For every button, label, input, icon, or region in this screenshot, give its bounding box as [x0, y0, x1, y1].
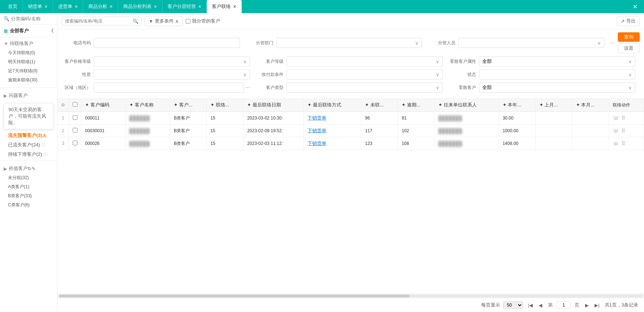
page-prev-btn[interactable]: ◀ — [536, 302, 544, 309]
page-last-btn[interactable]: ▶| — [592, 302, 601, 309]
sidebar-item-tomorrow[interactable]: 明天待联络(1) — [0, 57, 57, 66]
sidebar-item-overdue[interactable]: 逾期未联络(30) — [0, 76, 57, 85]
collapse-icon: 《 — [49, 28, 53, 34]
col-checkbox[interactable] — [69, 99, 81, 112]
info-icon2: ⓘ — [44, 152, 48, 157]
table-row: 2 00030031 ██████ B类客户 15 2023-02-09 19:… — [57, 125, 644, 137]
close-all-tabs[interactable]: ✕ — [629, 3, 641, 10]
sidebar-item-class-a[interactable]: A类客户(1) — [0, 182, 57, 191]
tab-customer-contact-close[interactable]: ✕ — [233, 4, 236, 9]
sidebar-item-lost[interactable]: 已流失客户(24) ⓘ — [0, 140, 57, 150]
chevron-nature-icon: ∨ — [243, 72, 247, 77]
settings-button[interactable]: 设置 — [618, 43, 640, 53]
row-2-contact-icon[interactable]: ☏ — [613, 128, 619, 134]
row-1-more-icon[interactable]: ⠿ — [621, 115, 625, 121]
row-3-action: ☏ ⠿ — [609, 137, 644, 150]
tab-product-analysis-list-close[interactable]: ✕ — [154, 4, 157, 9]
row-3-type: B类客户 — [170, 137, 207, 150]
tab-product-analysis-list[interactable]: 商品分析列表 ✕ — [118, 0, 162, 13]
row-1-method-link[interactable]: 下销货单 — [307, 115, 326, 121]
region-more-icon[interactable]: ··· — [245, 84, 250, 91]
query-button[interactable]: 查询 — [618, 32, 640, 42]
row-1-contact: 15 — [207, 112, 243, 125]
row-check-2[interactable] — [69, 125, 81, 137]
tab-sales[interactable]: 销货单 ✕ — [23, 0, 53, 13]
status-select[interactable]: ∨ — [479, 69, 635, 80]
tab-customer-tier[interactable]: 客户分层经营 ✕ — [162, 0, 207, 13]
sidebar-item-today[interactable]: 今天待联络(0) — [0, 48, 57, 57]
region-select[interactable] — [94, 82, 244, 93]
customer-type-select[interactable]: ∨ — [286, 82, 443, 93]
chevron-grade-icon: ∨ — [436, 59, 439, 64]
sidebar-item-unclassified[interactable]: 未分组(32) — [0, 173, 57, 182]
sidebar-group-header-value[interactable]: ▶ 价值客户 ↻ ✎ — [0, 164, 57, 173]
row-1-contact-icon[interactable]: ☏ — [613, 115, 619, 121]
page-navigation: |◀ ◀ 第 页 ▶ ▶| — [526, 301, 602, 309]
tab-product-analysis-close[interactable]: ✕ — [109, 4, 113, 9]
filter-row-3: 性质 ∨ 收付款条件 ∨ 状态 — [62, 69, 640, 80]
page-first-btn[interactable]: |◀ — [526, 302, 535, 309]
tab-customer-contact[interactable]: 客户联络 ✕ — [207, 0, 242, 13]
more-options-1[interactable]: ··· — [610, 40, 615, 46]
nature-select[interactable]: ∨ — [94, 69, 250, 80]
row-check-1[interactable] — [69, 112, 81, 125]
sidebar-item-7days[interactable]: 近7天待联络(0) — [0, 66, 57, 76]
row-1-checkbox[interactable] — [73, 115, 77, 120]
row-2-contact: 15 — [207, 125, 243, 137]
export-button[interactable]: ↗ 导出 — [617, 16, 640, 26]
row-3-method-link[interactable]: 下销货单 — [307, 141, 326, 146]
row-3-name: ██████ — [126, 137, 170, 150]
sidebar-all-customers[interactable]: ⊞ 全部客户 《 — [0, 25, 57, 37]
tab-purchase-close[interactable]: ✕ — [75, 4, 78, 9]
sidebar-group-header-problem[interactable]: ▶ 问题客户 — [0, 91, 57, 100]
tab-home[interactable]: 首页 — [3, 0, 23, 13]
row-3-checkbox[interactable] — [73, 141, 77, 145]
search-input[interactable] — [65, 19, 131, 24]
tab-product-analysis[interactable]: 商品分析 ✕ — [83, 0, 118, 13]
page-size-select[interactable]: 50 100 200 — [503, 301, 523, 309]
sidebar-search-icon: 🔍 — [4, 16, 9, 21]
customer-grade-select[interactable]: ∨ — [286, 56, 443, 66]
sidebar-item-loss-warning[interactable]: 流失预警客户(3) ⚠ — [0, 131, 57, 140]
tab-purchase[interactable]: 进货单 ✕ — [53, 0, 83, 13]
sidebar-item-declining[interactable]: 持续下滑客户(2) ⓘ — [0, 150, 57, 159]
row-3-more-icon[interactable]: ⠿ — [621, 141, 625, 146]
page-size-label: 每页显示 — [481, 302, 500, 308]
dept-select[interactable]: ∨ — [276, 38, 422, 48]
col-last-contact-method: ✦ 最后联络方式 — [304, 99, 361, 112]
person-select[interactable]: ∨ — [458, 38, 604, 48]
tab-customer-tier-close[interactable]: ✕ — [198, 4, 201, 9]
search-submit-icon[interactable]: 🔍 — [133, 19, 138, 24]
page-next-btn[interactable]: ▶ — [583, 302, 591, 309]
filter-field-person: 分管人员 ∨ — [426, 38, 604, 48]
more-filter-button[interactable]: ▼ 更多条件 ∧ — [145, 16, 183, 26]
sidebar-item-class-c[interactable]: C类客户(6) — [0, 200, 57, 210]
horizontal-scrollbar[interactable] — [57, 293, 644, 298]
my-customers-checkbox-container[interactable]: 我分管的客户 — [186, 18, 220, 24]
row-2-checkbox[interactable] — [73, 128, 77, 133]
row-2-more-icon[interactable]: ⠿ — [621, 128, 625, 134]
price-grade-select[interactable]: ∨ — [94, 56, 250, 66]
sidebar-item-class-b[interactable]: B类客户(33) — [0, 191, 57, 200]
scatter-select[interactable]: 全部 ∨ — [479, 82, 635, 93]
export-icon: ↗ — [621, 19, 625, 24]
filter-field-dept: 分管部门 ∨ — [244, 38, 422, 48]
scrollbar-thumb[interactable] — [59, 295, 409, 297]
select-all-checkbox[interactable] — [73, 102, 77, 107]
phone-input[interactable] — [94, 38, 240, 48]
row-check-3[interactable] — [69, 137, 81, 150]
row-3-contact-icon[interactable]: ☏ — [613, 141, 619, 146]
scatter-attr-select[interactable]: 全部 ∨ — [479, 56, 635, 66]
col-settings[interactable]: ⚙ — [57, 99, 69, 112]
tab-sales-close[interactable]: ✕ — [44, 4, 48, 9]
refresh-icon[interactable]: ↻ — [28, 166, 32, 171]
edit-icon[interactable]: ✎ — [32, 166, 36, 171]
my-customers-checkbox[interactable] — [186, 19, 190, 24]
page-number-input[interactable] — [556, 301, 571, 309]
sidebar-search-input[interactable] — [11, 16, 57, 21]
row-2-method-link[interactable]: 下销货单 — [307, 128, 326, 133]
sidebar-group-header-waiting[interactable]: ▼ 待联络客户 — [0, 39, 57, 48]
payment-select[interactable]: ∨ — [286, 69, 443, 80]
row-3-unit-contact: ███████ — [435, 137, 499, 150]
row-2-this-year: 1000.00 — [499, 125, 535, 137]
